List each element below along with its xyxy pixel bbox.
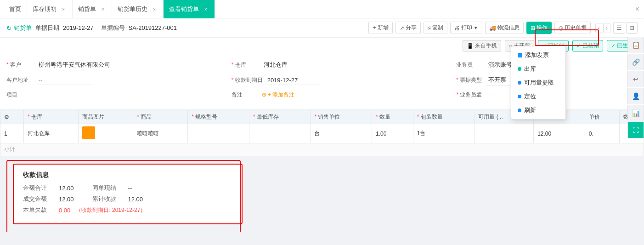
remark-label: 备注 (232, 91, 259, 99)
cell-img (79, 124, 133, 143)
refresh-label: 刷新 (524, 106, 536, 114)
grid-icon: ⊞ (531, 25, 535, 31)
phone-icon: 📱 (467, 43, 474, 49)
tab-inventory-label: 库存期初 (33, 5, 56, 13)
subtotal-label: 小计 (0, 143, 644, 156)
tab-view-sales-close[interactable]: × (203, 6, 209, 12)
outbound-label: 出库 (524, 65, 536, 73)
deal-amount-label: 成交金额 (23, 195, 55, 203)
tab-sales[interactable]: 销货单 × (73, 0, 112, 18)
truck-icon: 🚚 (489, 25, 496, 31)
sidebar-icon-5[interactable]: 📊 (627, 105, 644, 121)
dropdown-locate[interactable]: 定位 (511, 90, 565, 103)
table-row: 1 河北仓库 嘻嘻嘻嘻 台 1.00 1台 12.00 0. (0, 124, 644, 143)
effective-check-icon: ✓ (611, 43, 616, 49)
sidebar-icon-3[interactable]: ↩ (627, 71, 644, 87)
total-amount-value: 12.00 (59, 185, 74, 192)
copy-button[interactable]: ⎘ 复制 (424, 22, 447, 34)
available-extract-label: 可用量提取 (524, 79, 554, 87)
address-value: -- (37, 76, 92, 85)
dropdown-outbound[interactable]: 出库 (511, 62, 565, 76)
dropdown-add-invoice[interactable]: 添加发票 (511, 48, 565, 62)
summary-area: 收款信息 金额合计 12.00 同单现结 -- 成交金额 12.00 累计收款 (13, 164, 243, 224)
doc-meta: 单据日期 2019-12-27 单据编号 SA-20191227-001 (35, 24, 177, 32)
next-button[interactable]: › (603, 23, 610, 33)
window-close-icon[interactable]: × (635, 5, 639, 13)
customer-value: 柳州粤港平安气体有限公司 (37, 60, 112, 70)
outstanding-label: 本单欠款 (23, 206, 55, 214)
new-button[interactable]: + 新增 (368, 22, 392, 34)
cell-warehouse: 河北仓库 (24, 124, 79, 143)
project-label: 项目 (6, 91, 34, 99)
tab-inventory[interactable]: 库存期初 × (27, 0, 73, 18)
list-view-button[interactable]: ☰ (613, 22, 625, 34)
grid-view-button[interactable]: ⊟ (626, 22, 638, 34)
remark-field: 备注 ⊕ + 添加备注 (232, 91, 413, 99)
outstanding-suffix: （收款到期日: 2019-12-27） (76, 206, 146, 214)
dropdown-menu: 添加发票 出库 可用量提取 定位 刷新 (511, 46, 566, 120)
subtotal-row: 小计 (0, 143, 644, 156)
tab-sales-close[interactable]: × (100, 6, 106, 12)
tab-history-close[interactable]: × (151, 6, 158, 12)
sidebar-icon-4[interactable]: 👤 (627, 88, 644, 104)
col-min-stock: * 最低库存 (249, 110, 311, 124)
sidebar-icon-expand[interactable]: ⛶ (627, 122, 644, 138)
same-order-settle-field: 同单现结 -- (92, 184, 132, 192)
date-label: 单据日期 2019-12-27 (35, 24, 94, 32)
sidebar-icon-2[interactable]: 🔗 (627, 54, 644, 70)
operation-button[interactable]: ⊞ 操作 (526, 22, 552, 34)
add-note-button[interactable]: ⊕ + 添加备注 (262, 91, 294, 99)
cell-quantity: 1.00 (372, 124, 413, 143)
total-amount-field: 金额合计 12.00 (23, 184, 74, 192)
tab-history[interactable]: 销货单历史 × (112, 0, 164, 18)
col-warehouse: * 仓库 (24, 110, 79, 124)
cell-current: 12.00 (534, 124, 585, 143)
cell-available (475, 124, 534, 143)
tab-inventory-close[interactable]: × (60, 6, 67, 12)
print-icon: 🖨 (454, 25, 460, 31)
logistics-button[interactable]: 🚚 物流信息 (485, 22, 524, 34)
prev-button[interactable]: ‹ (595, 23, 603, 33)
cell-unit: 台 (311, 124, 372, 143)
warehouse-value: 河北仓库 (262, 60, 317, 70)
warehouse-label: 仓库 (232, 61, 259, 69)
extract-icon (518, 81, 521, 85)
number-label: 单据编号 SA-20191227-001 (101, 24, 177, 32)
tab-view-sales-label: 查看销货单 (169, 5, 199, 13)
doc-type-badge: ↻ 销货单 (6, 24, 32, 32)
locate-label: 定位 (524, 92, 536, 101)
toolbar: + 新增 ↗ 分享 ⎘ 复制 🖨 打印 ▼ 🚚 物流信息 ⊞ 操作 (368, 22, 638, 34)
print-dropdown-arrow: ▼ (474, 25, 478, 30)
dropdown-refresh[interactable]: 刷新 (511, 103, 565, 117)
total-received-label: 累计收款 (92, 195, 124, 203)
right-sidebar: 📋 🔗 ↩ 👤 📊 ⛶ (627, 37, 644, 138)
doc-header: ↻ 销货单 单据日期 2019-12-27 单据编号 SA-20191227-0… (0, 18, 644, 38)
share-button[interactable]: ↗ 分享 (395, 22, 421, 34)
doc-type-label: 销货单 (14, 24, 32, 32)
sidebar-icon-1[interactable]: 📋 (627, 37, 644, 53)
cell-price: 0. (585, 124, 619, 143)
total-received-field: 累计收款 12.00 (92, 195, 143, 203)
copy-icon: ⎘ (428, 25, 431, 31)
customer-field: 客户 柳州粤港平安气体有限公司 (6, 60, 188, 70)
dropdown-available-extract[interactable]: 可用量提取 (511, 76, 565, 90)
outbound-icon (518, 67, 521, 71)
plus-icon: ⊕ (262, 91, 266, 98)
tab-home-label: 首页 (9, 5, 21, 13)
duedate-field: 收款到期日 2019-12-27 (232, 76, 413, 85)
summary-title: 收款信息 (23, 171, 232, 179)
sold-check-icon: ✓ (576, 43, 581, 49)
print-button[interactable]: 🖨 打印 ▼ (450, 22, 482, 34)
summary-row-1: 金额合计 12.00 同单现结 -- (23, 184, 232, 192)
address-label: 客户地址 (6, 76, 34, 84)
history-button[interactable]: ◷ 历史单据 (554, 22, 591, 34)
refresh-icon-menu (518, 108, 521, 112)
total-amount-label: 金额合计 (23, 184, 55, 192)
cell-spec (188, 124, 249, 143)
tab-view-sales[interactable]: 查看销货单 × (164, 0, 215, 18)
tab-bar: 首页 库存期初 × 销货单 × 销货单历史 × 查看销货单 × × (0, 0, 644, 18)
col-gear[interactable]: ⚙ (0, 110, 24, 124)
tab-home[interactable]: 首页 (4, 0, 27, 18)
outstanding-value: 0.00 (59, 207, 70, 214)
address-field: 客户地址 -- (6, 76, 188, 85)
